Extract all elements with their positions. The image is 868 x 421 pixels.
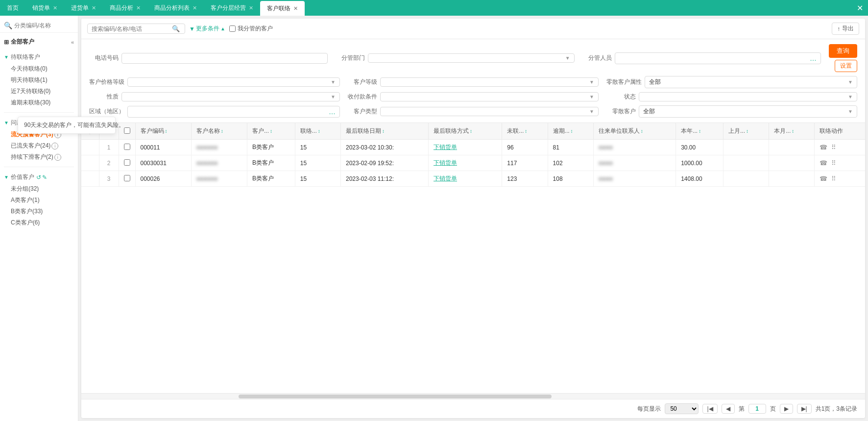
customer-level-select[interactable]: ▼ [380,77,599,87]
code-column-header[interactable]: 客户编码 ↕ [135,123,191,140]
status-select[interactable]: ▼ [639,92,857,101]
not-contacted-column-header[interactable]: 未联... ↕ [502,123,548,140]
search-input[interactable] [92,25,170,32]
more-actions-icon[interactable]: ⠿ [831,144,836,151]
export-button[interactable]: ↑ 导出 [832,23,859,35]
contact-method-link[interactable]: 下销货单 [434,144,457,150]
sidebar-item-tomorrow[interactable]: 明天待联络(1) [0,74,78,86]
this-month-column-header[interactable]: 本月... ↕ [769,123,815,140]
row-checkbox[interactable] [124,159,130,166]
contact-icon[interactable]: ☎ [820,159,827,167]
sidebar-item-today[interactable]: 今天待联络(0) [0,63,78,74]
row-checkbox[interactable] [124,175,130,181]
row-last-contact-method-cell[interactable]: 下销货单 [429,171,502,187]
more-dots-icon[interactable]: … [329,108,336,116]
this-year-column-header[interactable]: 本年... ↕ [676,123,723,140]
scroll-thumb[interactable] [239,395,551,398]
sidebar-item-b-class[interactable]: B类客户(33) [0,206,78,217]
sidebar-item-downtrend[interactable]: 持续下滑客户(2) i [0,151,78,163]
tab-customer-segment[interactable]: 客户分层经营 ✕ [204,0,260,16]
sidebar-group-pending-header[interactable]: ▼ 待联络客户 [0,51,78,63]
more-actions-icon[interactable]: ⠿ [831,175,836,182]
contact-icon[interactable]: ☎ [820,144,827,151]
tab-customer-contact[interactable]: 客户联络 ✕ [260,1,305,16]
close-icon[interactable]: ✕ [92,5,96,11]
name-column-header[interactable]: 客户名称 ↕ [191,123,247,140]
chevron-down-icon: ▼ [589,109,594,114]
settings-button[interactable]: 设置 [835,60,857,72]
row-checkbox[interactable] [124,144,130,150]
info-icon[interactable]: i [54,154,61,161]
more-actions-icon[interactable]: ⠿ [831,159,836,167]
refresh-icon[interactable]: ↺ [36,174,41,181]
last-contact-method-column-header[interactable]: 最后联络方式 ↕ [429,123,502,140]
sidebar-all-customers[interactable]: ⊞ 全部客户 « [0,35,78,49]
my-customers-checkbox-label[interactable]: 我分管的客户 [229,25,273,33]
tab-purchase[interactable]: 进货单 ✕ [64,0,103,16]
zero-retail-select[interactable]: 全部 ▼ [639,105,857,118]
close-icon[interactable]: ✕ [249,5,253,11]
region-select[interactable]: … [127,106,340,118]
row-not-contacted-cell: 117 [502,155,548,171]
phone-input[interactable] [121,53,328,64]
close-icon[interactable]: ✕ [293,5,298,12]
window-close-button[interactable]: ✕ [857,3,868,13]
tab-product-analysis[interactable]: 商品分析 ✕ [103,0,147,16]
row-last-contact-method-cell[interactable]: 下销货单 [429,140,502,155]
tab-sales[interactable]: 销货单 ✕ [25,0,64,16]
page-number-input[interactable] [748,404,766,414]
horizontal-scrollbar[interactable] [81,393,865,399]
collapse-icon[interactable]: « [71,39,74,45]
sidebar-item-c-class[interactable]: C类客户(6) [0,217,78,228]
sidebar-search-input[interactable] [14,22,74,29]
last-contact-date-column-header[interactable]: 最后联络日期 ↕ [340,123,428,140]
edit-icon[interactable]: ✎ [42,174,47,181]
row-last-contact-method-cell[interactable]: 下销货单 [429,155,502,171]
last-page-button[interactable]: ▶| [797,404,812,414]
contact-column-header[interactable]: 联络... ↕ [295,123,340,140]
next-page-button[interactable]: ▶ [780,404,793,414]
row-check-cell[interactable] [119,155,135,171]
close-icon[interactable]: ✕ [193,5,197,11]
filter-customer-level: 客户等级 ▼ [348,77,599,87]
close-icon[interactable]: ✕ [53,5,57,11]
row-check-cell[interactable] [119,140,135,155]
more-conditions-btn[interactable]: ▼ 更多条件 ▲ [189,25,225,33]
row-check-cell[interactable] [119,171,135,187]
type-column-header[interactable]: 客户... ↕ [247,123,295,140]
last-month-column-header[interactable]: 上月... ↕ [723,123,769,140]
sidebar-item-week[interactable]: 近7天待联络(0) [0,86,78,97]
select-all-checkbox[interactable] [124,127,130,134]
prev-page-button[interactable]: ◀ [722,404,735,414]
sidebar-item-already-churn[interactable]: 已流失客户(24) i [0,140,78,151]
query-button[interactable]: 查询 [829,44,857,58]
dept-select[interactable]: ▼ [368,53,574,63]
row-not-contacted-cell: 96 [502,140,548,155]
my-customers-checkbox[interactable] [229,25,236,32]
more-dots-icon[interactable]: … [810,54,817,62]
sidebar-item-a-class[interactable]: A类客户(1) [0,195,78,206]
contact-method-link[interactable]: 下销货单 [434,159,457,166]
info-icon[interactable]: i [51,143,58,149]
sidebar-group-value-header[interactable]: ▼ 价值客户 ↺ ✎ [0,171,78,183]
payment-select[interactable]: ▼ [380,92,599,101]
sidebar-item-overdue[interactable]: 逾期未联络(30) [0,97,78,108]
customer-type-select[interactable]: ▼ [380,107,599,116]
person-select[interactable]: … [615,52,821,64]
company-contact-column-header[interactable]: 往来单位联系人 ↕ [593,123,675,140]
filter-person: 分管人员 … [582,52,821,64]
first-page-button[interactable]: |◀ [702,404,717,414]
sidebar-item-unclassified[interactable]: 未分组(32) [0,183,78,195]
contact-icon[interactable]: ☎ [820,175,827,182]
price-level-select[interactable]: ▼ [127,77,340,87]
search-icon[interactable]: 🔍 [172,25,180,32]
tab-home[interactable]: 首页 [0,0,25,16]
tab-product-list[interactable]: 商品分析列表 ✕ [147,0,204,16]
zero-retail-attr-select[interactable]: 全部 ▼ [645,76,857,88]
contact-method-link[interactable]: 下销货单 [434,175,457,182]
nature-select[interactable]: ▼ [121,92,340,101]
content-area: 🔍 ▼ 更多条件 ▲ 我分管的客户 ↑ 导出 [81,19,865,418]
close-icon[interactable]: ✕ [136,5,141,11]
overdue-column-header[interactable]: 逾期... ↕ [548,123,593,140]
page-size-select[interactable]: 50 100 200 [665,403,699,414]
